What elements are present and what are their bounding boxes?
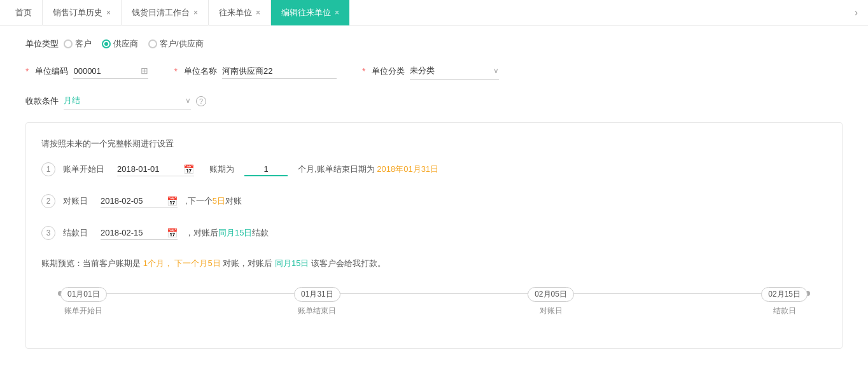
- period-settings-card: 请按照未来的一个完整帐期进行设置 1 账单开始日 📅 账期为 个月,账单结束日期…: [25, 122, 843, 349]
- radio-supplier[interactable]: 供应商: [102, 38, 138, 50]
- radio-circle-customer: [64, 39, 73, 48]
- close-icon[interactable]: ×: [256, 8, 260, 17]
- chevron-down-icon: ∨: [493, 66, 499, 75]
- radio-circle-both: [148, 39, 157, 48]
- step-desc-2: ,下一个5日对账: [185, 195, 242, 207]
- timeline-badge-2: 01月31日: [294, 287, 340, 302]
- step-row-3: 3 结款日 📅 ，对账后同月15日结款: [41, 226, 827, 240]
- period-input-wrapper: [244, 162, 288, 176]
- chevron-down-icon-payment: ∨: [185, 96, 191, 105]
- tab-more-button[interactable]: ›: [850, 7, 863, 18]
- unit-type-label: 单位类型: [25, 38, 59, 50]
- timeline-label-2: 账单结束日: [298, 306, 336, 316]
- payment-terms-row: 收款条件 月结 ∨ ?: [25, 92, 843, 109]
- payment-terms-value: 月结: [64, 95, 181, 106]
- radio-customer-label: 客户: [75, 38, 92, 50]
- tab-sales-order-history[interactable]: 销售订单历史 ×: [43, 0, 122, 25]
- payment-terms-group: 收款条件 月结 ∨ ?: [25, 92, 206, 109]
- unit-name-label: 单位名称: [184, 66, 217, 77]
- tab-cash-daily-label: 钱货日清工作台: [132, 7, 190, 18]
- preview-end: 该客户会给我打款。: [311, 258, 386, 268]
- timeline-items: 01月01日 账单开始日 01月31日 账单结束日 02月05日 对账日 02月…: [60, 287, 808, 316]
- timeline-label-1: 账单开始日: [64, 306, 102, 316]
- payment-terms-label: 收款条件: [25, 95, 59, 107]
- card-title: 请按照未来的一个完整帐期进行设置: [41, 138, 827, 150]
- radio-supplier-label: 供应商: [113, 38, 138, 50]
- unit-code-input[interactable]: [73, 66, 137, 76]
- period-unit-label: 个月,账单结束日期为 2018年01月31日: [298, 164, 438, 175]
- timeline-item-2: 01月31日 账单结束日: [294, 287, 340, 316]
- timeline-badge-3: 02月05日: [528, 287, 574, 302]
- timeline-badge-4: 02月15日: [761, 287, 808, 302]
- close-icon[interactable]: ×: [193, 8, 198, 17]
- step-date-field-1[interactable]: [117, 164, 181, 174]
- unit-name-group: * 单位名称: [174, 63, 336, 80]
- step-date-input-2[interactable]: 📅: [101, 195, 178, 208]
- timeline-label-3: 对账日: [540, 306, 563, 316]
- radio-both[interactable]: 客户/供应商: [148, 38, 204, 50]
- tab-home-label: 首页: [15, 7, 32, 18]
- radio-circle-supplier: [102, 39, 111, 48]
- step-highlight-2: 5日: [213, 196, 225, 206]
- period-end-date: 2018年01月31日: [377, 164, 438, 174]
- step-desc-3: ，对账后同月15日结款: [185, 227, 269, 239]
- close-icon[interactable]: ×: [106, 8, 111, 17]
- payment-terms-select[interactable]: 月结 ∨: [64, 92, 191, 109]
- step-period-label: 账期为: [209, 164, 234, 175]
- close-icon[interactable]: ×: [335, 8, 339, 17]
- tab-home[interactable]: 首页: [5, 0, 43, 25]
- required-star-category: *: [362, 66, 365, 76]
- timeline-badge-1: 01月01日: [60, 287, 107, 302]
- timeline-item-1: 01月01日 账单开始日: [60, 287, 107, 316]
- step-label-1: 账单开始日: [63, 164, 104, 175]
- step-num-1: 1: [41, 162, 55, 176]
- calendar-icon-1[interactable]: 📅: [183, 164, 194, 174]
- radio-dot-supplier: [104, 42, 108, 46]
- step-num-2: 2: [41, 194, 55, 208]
- unit-category-select[interactable]: 未分类 ∨: [410, 62, 499, 80]
- radio-both-label: 客户/供应商: [160, 38, 204, 50]
- calendar-icon-2[interactable]: 📅: [167, 196, 178, 206]
- tab-counterpart-label: 往来单位: [219, 7, 252, 18]
- unit-info-row: * 单位编码 ⊞ * 单位名称 * 单位分类 未分类 ∨: [25, 62, 843, 80]
- copy-icon[interactable]: ⊞: [141, 66, 148, 76]
- calendar-icon-3[interactable]: 📅: [167, 228, 178, 238]
- preview-mid: 对账，对账后: [223, 258, 272, 268]
- radio-customer[interactable]: 客户: [64, 38, 92, 50]
- step-label-3: 结款日: [63, 227, 88, 239]
- unit-name-input[interactable]: [222, 66, 337, 76]
- timeline-wrapper: 01月01日 账单开始日 01月31日 账单结束日 02月05日 对账日 02月…: [41, 287, 827, 335]
- required-star-name: *: [174, 66, 177, 76]
- preview-text: 账期预览：当前客户账期是 1个月， 下一个月5日 对账，对账后 同月15日 该客…: [41, 258, 827, 269]
- tab-edit-counterpart[interactable]: 编辑往来单位 ×: [271, 0, 349, 25]
- main-content: 单位类型 客户 供应商 客户/供应商: [0, 25, 868, 387]
- tab-cash-daily[interactable]: 钱货日清工作台 ×: [122, 0, 209, 25]
- preview-part1: 1个月，: [143, 258, 172, 268]
- unit-code-input-wrapper: ⊞: [73, 63, 148, 79]
- tab-edit-counterpart-label: 编辑往来单位: [281, 7, 331, 18]
- unit-code-label: 单位编码: [35, 66, 68, 77]
- help-icon[interactable]: ?: [196, 96, 206, 106]
- unit-category-group: * 单位分类 未分类 ∨: [362, 62, 499, 80]
- tab-sales-order-history-label: 销售订单历史: [53, 7, 102, 18]
- step-row-2: 2 对账日 📅 ,下一个5日对账: [41, 194, 827, 208]
- period-value-input[interactable]: [247, 164, 285, 174]
- radio-group: 客户 供应商 客户/供应商: [64, 38, 204, 50]
- unit-category-value: 未分类: [410, 65, 489, 76]
- step-row-1: 1 账单开始日 📅 账期为 个月,账单结束日期为 2018年01月31日: [41, 162, 827, 176]
- required-star-code: *: [25, 66, 29, 76]
- unit-type-row: 单位类型 客户 供应商 客户/供应商: [25, 38, 843, 50]
- timeline-item-3: 02月05日 对账日: [528, 287, 574, 316]
- step-highlight-3: 同月15日: [218, 228, 252, 237]
- step-date-field-2[interactable]: [101, 196, 164, 206]
- preview-part2: 下一个月5日: [174, 258, 220, 268]
- timeline-item-4: 02月15日 结款日: [761, 287, 808, 316]
- preview-label: 账期预览：当前客户账期是: [41, 258, 141, 268]
- step-date-input-3[interactable]: 📅: [101, 227, 178, 240]
- timeline-label-4: 结款日: [773, 306, 796, 316]
- preview-part3: 同月15日: [275, 258, 309, 268]
- step-date-field-3[interactable]: [101, 228, 164, 237]
- tab-counterpart[interactable]: 往来单位 ×: [209, 0, 271, 25]
- step-date-input-1[interactable]: 📅: [117, 163, 194, 176]
- step-label-2: 对账日: [63, 195, 88, 207]
